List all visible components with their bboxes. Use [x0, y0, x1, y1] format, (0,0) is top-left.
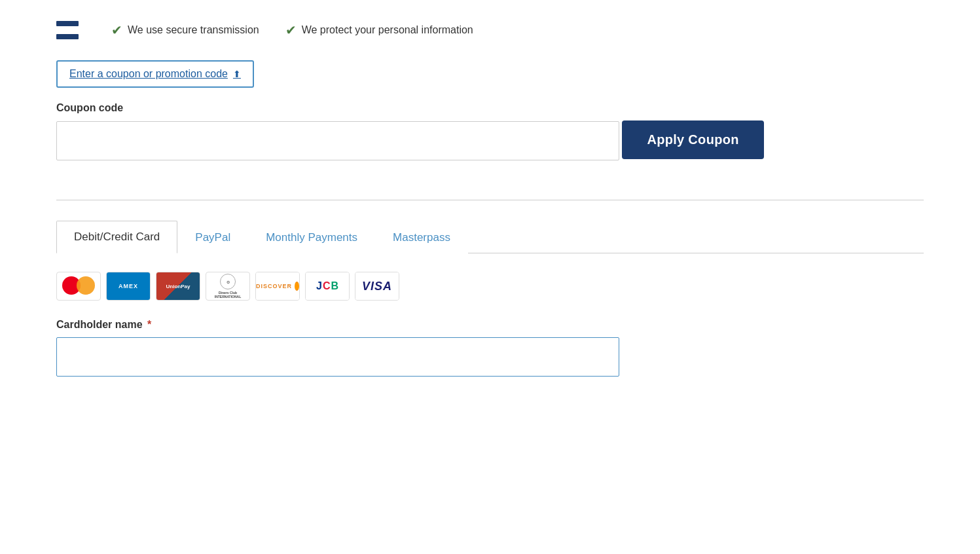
cardholder-name-input[interactable]: [56, 337, 619, 377]
card-icons-row: mastercard AMEX UnionPay ⊙ Diners Club I…: [56, 272, 924, 301]
diners-club-icon: ⊙ Diners Club INTERNATIONAL: [206, 272, 250, 301]
cardholder-label: Cardholder name *: [56, 319, 924, 331]
jcb-icon: J C B: [305, 272, 350, 301]
coupon-code-label: Coupon code: [56, 102, 924, 114]
security-item-1: ✔ We use secure transmission: [111, 22, 259, 38]
security-text-1: We use secure transmission: [128, 24, 259, 36]
cardholder-section: Cardholder name *: [56, 319, 924, 377]
tab-monthly-payments[interactable]: Monthly Payments: [248, 221, 375, 253]
unionpay-icon: UnionPay: [156, 272, 200, 301]
tab-paypal[interactable]: PayPal: [177, 221, 248, 253]
security-text-2: We protect your personal information: [302, 24, 473, 36]
coupon-code-input[interactable]: [56, 121, 619, 160]
required-star: *: [147, 319, 151, 330]
coupon-toggle-button[interactable]: Enter a coupon or promotion code ⬆: [56, 60, 254, 88]
discover-icon: DISCOVER: [255, 272, 300, 301]
coupon-toggle-label: Enter a coupon or promotion code: [69, 68, 228, 80]
chevron-up-icon: ⬆: [233, 69, 241, 79]
amex-icon: AMEX: [106, 272, 151, 301]
tab-debit-credit[interactable]: Debit/Credit Card: [56, 221, 177, 253]
checkmark-icon-1: ✔: [111, 22, 122, 38]
mastercard-icon: mastercard: [56, 272, 101, 301]
page-container: ✔ We use secure transmission ✔ We protec…: [0, 0, 980, 390]
security-item-2: ✔ We protect your personal information: [285, 22, 473, 38]
payment-tabs: Debit/Credit Card PayPal Monthly Payment…: [56, 220, 924, 253]
tab-masterpass[interactable]: Masterpass: [375, 221, 468, 253]
checkmark-icon-2: ✔: [285, 22, 297, 38]
section-divider: [56, 200, 924, 200]
apply-coupon-button[interactable]: Apply Coupon: [622, 120, 763, 159]
security-bar: ✔ We use secure transmission ✔ We protec…: [56, 13, 924, 47]
menu-icon: [56, 21, 79, 39]
visa-icon: VISA: [355, 272, 399, 301]
